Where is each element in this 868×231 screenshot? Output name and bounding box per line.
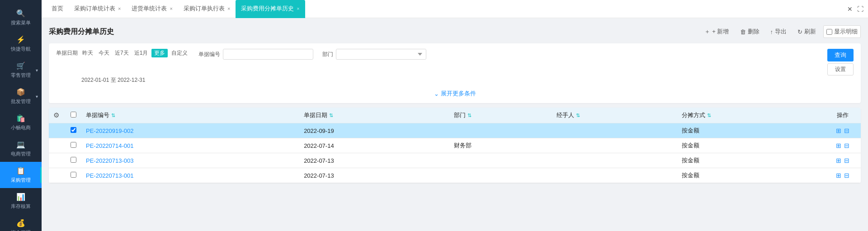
delete-button[interactable]: 🗑 删除	[736, 26, 763, 38]
search-button[interactable]: 查询	[827, 49, 854, 61]
tab-label-home: 首页	[52, 5, 63, 13]
sidebar-item-retail[interactable]: 🛒零售管理	[0, 57, 42, 83]
toolbar: ＋ + 新增 🗑 删除 ↑ 导出 ↻ 刷新 显示明细	[701, 25, 861, 38]
tab-bar: 首页采购订单统计表×进货单统计表×采购订单执行表×采购费用分摊单历史× ✕ ⛶	[42, 0, 868, 18]
col-header-handler[interactable]: 经手人⇅	[552, 108, 677, 123]
row-checkbox-0[interactable]	[65, 123, 81, 138]
sort-icon-doc_no: ⇅	[111, 113, 115, 118]
tab-label-purchase-order-stats: 采购订单统计表	[74, 5, 115, 13]
row-view-icon-2[interactable]: ⊞	[836, 157, 841, 164]
sidebar-item-mini-shop[interactable]: 🛍️小畅电商	[0, 109, 42, 136]
row-check-1[interactable]	[71, 142, 76, 148]
tab-close-inbound-stats[interactable]: ×	[170, 6, 172, 11]
row-check-3[interactable]	[71, 172, 76, 178]
select-all-checkbox[interactable]	[71, 112, 76, 118]
sidebar-icon-retail: 🛒	[16, 61, 25, 70]
row-handler-1	[552, 138, 677, 153]
tab-inbound-stats[interactable]: 进货单统计表×	[126, 0, 178, 18]
row-handler-0	[552, 123, 677, 138]
table-row: PE-20220713-0012022-07-13按金额⊞⊟	[49, 168, 861, 183]
tab-close-purchase-cost-history[interactable]: ×	[297, 6, 299, 11]
col-label-doc_no: 单据编号	[86, 112, 109, 118]
col-header-split_method[interactable]: 分摊方式⇅	[677, 108, 825, 123]
row-view-icon-3[interactable]: ⊞	[836, 172, 841, 179]
filter-row-main: 单据日期 昨天 今天 近7天 近1月 更多 自定义 单据编号	[56, 49, 854, 75]
tab-home[interactable]: 首页	[46, 0, 69, 18]
sidebar-label-retail: 零售管理	[11, 72, 31, 79]
refresh-button[interactable]: ↻ 刷新	[794, 26, 820, 38]
sidebar-icon-search: 🔍	[16, 9, 25, 18]
expand-filter-button[interactable]: ⌄ 展开更多条件	[434, 90, 476, 98]
tab-purchase-order-exec[interactable]: 采购订单执行表×	[178, 0, 236, 18]
table-row: PE-20220714-0012022-07-14财务部按金额⊞⊟	[49, 138, 861, 153]
table-row: PE-20220713-0032022-07-13按金额⊞⊟	[49, 153, 861, 168]
tab-close-purchase-order-exec[interactable]: ×	[227, 6, 230, 11]
table-body: PE-20220919-0022022-09-19按金额⊞⊟PE-2022071…	[49, 123, 861, 183]
show-cols-button[interactable]: 显示明细	[823, 25, 861, 38]
sidebar-item-inventory[interactable]: 📊库存核算	[0, 188, 42, 214]
row-handler-2	[552, 153, 677, 168]
expand-arrow-icon: ⌄	[434, 90, 439, 97]
sort-icon-doc_date: ⇅	[329, 113, 333, 118]
table-settings-icon[interactable]: ⚙	[53, 111, 59, 119]
tab-purchase-cost-history[interactable]: 采购费用分摊单历史×	[236, 0, 305, 18]
table-row: PE-20220919-0022022-09-19按金额⊞⊟	[49, 123, 861, 138]
doc-no-input[interactable]	[223, 49, 313, 60]
delete-icon: 🗑	[740, 28, 746, 35]
row-edit-icon-2[interactable]: ⊟	[844, 157, 849, 164]
sidebar-item-search[interactable]: 🔍搜索菜单	[0, 5, 42, 31]
doc-no-link-1[interactable]: PE-20220714-001	[86, 142, 134, 149]
row-checkbox-3[interactable]	[65, 168, 81, 183]
col-label-handler: 经手人	[557, 112, 574, 118]
sidebar-label-ecommerce: 电商管理	[11, 151, 31, 157]
sort-icon-handler: ⇅	[576, 113, 580, 118]
sidebar-icon-inventory: 📊	[16, 193, 25, 201]
doc-no-link-3[interactable]: PE-20220713-001	[86, 172, 134, 179]
row-dept-0	[449, 123, 552, 138]
date-7days[interactable]: 近7天	[113, 49, 131, 57]
sidebar-item-wholesale[interactable]: 📦批发管理	[0, 83, 42, 109]
date-yesterday[interactable]: 昨天	[80, 49, 95, 57]
row-edit-icon-0[interactable]: ⊟	[844, 127, 849, 134]
date-today[interactable]: 今天	[97, 49, 111, 57]
col-header-doc_no[interactable]: 单据编号⇅	[81, 108, 299, 123]
row-view-icon-1[interactable]: ⊞	[836, 142, 841, 149]
row-check-0[interactable]	[71, 127, 76, 133]
tab-close-purchase-order-stats[interactable]: ×	[118, 6, 121, 11]
fullscreen-button[interactable]: ⛶	[857, 5, 863, 13]
col-header-doc_date[interactable]: 单据日期⇅	[299, 108, 449, 123]
date-1month[interactable]: 近1月	[132, 49, 150, 57]
row-edit-icon-3[interactable]: ⊟	[844, 172, 849, 179]
doc-no-link-0[interactable]: PE-20220919-002	[86, 127, 134, 134]
row-date-3: 2022-07-13	[299, 168, 449, 183]
sidebar-item-finance[interactable]: 💰资金管理	[0, 214, 42, 231]
date-more[interactable]: 更多	[151, 49, 168, 57]
sidebar-item-ecommerce[interactable]: 💻电商管理	[0, 136, 42, 162]
content-area: 采购费用分摊单历史 ＋ + 新增 🗑 删除 ↑ 导出 ↻ 刷新	[42, 18, 868, 231]
filter-area: 单据日期 昨天 今天 近7天 近1月 更多 自定义 单据编号	[49, 43, 861, 103]
sidebar-label-wholesale: 批发管理	[11, 98, 31, 105]
row-settings-0	[49, 123, 65, 138]
dept-select[interactable]	[336, 49, 426, 60]
row-checkbox-2[interactable]	[65, 153, 81, 168]
doc-no-link-2[interactable]: PE-20220713-003	[86, 157, 134, 164]
date-custom[interactable]: 自定义	[170, 49, 189, 57]
row-view-icon-0[interactable]: ⊞	[836, 127, 841, 134]
add-button[interactable]: ＋ + 新增	[701, 26, 732, 38]
col-header-settings[interactable]: ⚙	[49, 108, 65, 123]
tab-bar-right: ✕ ⛶	[847, 5, 863, 13]
col-header-dept[interactable]: 部门⇅	[449, 108, 552, 123]
show-cols-checkbox[interactable]	[826, 29, 832, 35]
table-header-row: ⚙单据编号⇅单据日期⇅部门⇅经手人⇅分摊方式⇅操作	[49, 108, 861, 123]
row-edit-icon-1[interactable]: ⊟	[844, 142, 849, 149]
row-check-2[interactable]	[71, 157, 76, 163]
sidebar-item-purchase[interactable]: 📋采购管理	[0, 162, 42, 188]
tab-label-purchase-cost-history: 采购费用分摊单历史	[241, 5, 294, 13]
tab-purchase-order-stats[interactable]: 采购订单统计表×	[69, 0, 126, 18]
close-all-tabs-button[interactable]: ✕	[847, 5, 853, 13]
export-button[interactable]: ↑ 导出	[767, 26, 791, 38]
row-checkbox-1[interactable]	[65, 138, 81, 153]
filter-settings-button[interactable]: 设置	[827, 63, 854, 75]
sidebar-item-quick-nav[interactable]: ⚡快捷导航	[0, 31, 42, 57]
row-doc-no-1: PE-20220714-001	[81, 138, 299, 153]
